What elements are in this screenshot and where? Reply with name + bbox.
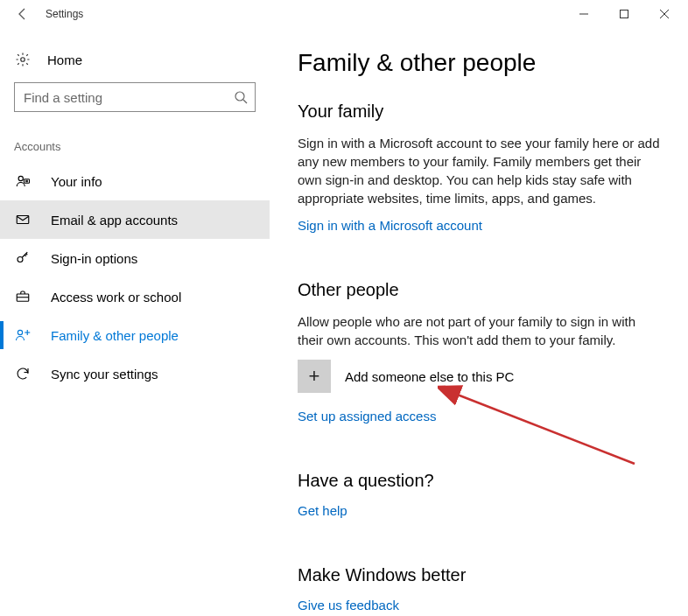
- home-label: Home: [47, 52, 82, 67]
- content-pane: Family & other people Your family Sign i…: [270, 28, 688, 616]
- svg-rect-11: [17, 216, 29, 224]
- close-button[interactable]: [644, 0, 684, 28]
- svg-point-12: [18, 257, 23, 262]
- nav-label: Sign-in options: [51, 251, 137, 266]
- back-button[interactable]: [4, 0, 42, 28]
- mail-icon: [14, 211, 32, 228]
- other-people-heading: Other people: [298, 280, 663, 300]
- search-icon: [234, 90, 248, 104]
- family-heading: Your family: [298, 102, 663, 122]
- sidebar-item-family-other-people[interactable]: Family & other people: [0, 316, 270, 354]
- sidebar: Home Accounts Your info Em: [0, 28, 270, 616]
- page-title: Family & other people: [298, 49, 663, 77]
- signin-link[interactable]: Sign in with a Microsoft account: [298, 218, 482, 233]
- sidebar-item-access-work-school[interactable]: Access work or school: [0, 277, 270, 316]
- home-link[interactable]: Home: [0, 46, 270, 82]
- svg-point-4: [21, 58, 25, 62]
- add-user-button[interactable]: + Add someone else to this PC: [298, 360, 663, 393]
- minimize-button[interactable]: [564, 0, 604, 28]
- nav-label: Email & app accounts: [51, 213, 178, 228]
- nav-list: Your info Email & app accounts Sign-in o…: [0, 162, 270, 393]
- key-icon: [14, 249, 32, 267]
- sidebar-item-your-info[interactable]: Your info: [0, 162, 270, 200]
- nav-label: Access work or school: [51, 290, 181, 304]
- svg-point-15: [18, 330, 22, 334]
- svg-line-6: [243, 100, 247, 103]
- have-question-heading: Have a question?: [298, 471, 663, 491]
- add-user-label: Add someone else to this PC: [345, 369, 514, 384]
- section-label: Accounts: [0, 128, 270, 162]
- assigned-access-link[interactable]: Set up assigned access: [298, 409, 436, 424]
- nav-label: Family & other people: [51, 328, 179, 343]
- get-help-link[interactable]: Get help: [298, 503, 348, 518]
- sync-icon: [14, 365, 32, 382]
- nav-label: Sync your settings: [51, 367, 158, 382]
- sidebar-item-email-accounts[interactable]: Email & app accounts: [0, 200, 270, 239]
- search-box[interactable]: [14, 82, 256, 112]
- people-icon: [14, 326, 32, 344]
- maximize-button[interactable]: [604, 0, 644, 28]
- feedback-link[interactable]: Give us feedback: [298, 598, 399, 612]
- svg-rect-1: [621, 10, 628, 18]
- person-icon: [14, 172, 32, 190]
- nav-label: Your info: [51, 174, 102, 189]
- feedback-heading: Make Windows better: [298, 565, 663, 585]
- sidebar-item-signin-options[interactable]: Sign-in options: [0, 239, 270, 277]
- window-title: Settings: [46, 8, 564, 20]
- plus-icon: +: [298, 360, 331, 393]
- briefcase-icon: [14, 288, 32, 305]
- svg-point-7: [18, 176, 23, 180]
- family-desc: Sign in with a Microsoft account to see …: [298, 134, 663, 207]
- sidebar-item-sync-settings[interactable]: Sync your settings: [0, 354, 270, 393]
- gear-icon: [14, 51, 32, 68]
- titlebar: Settings: [0, 0, 688, 28]
- svg-point-5: [235, 92, 244, 101]
- other-people-desc: Allow people who are not part of your fa…: [298, 312, 663, 349]
- svg-rect-8: [25, 179, 30, 184]
- search-input[interactable]: [15, 83, 255, 111]
